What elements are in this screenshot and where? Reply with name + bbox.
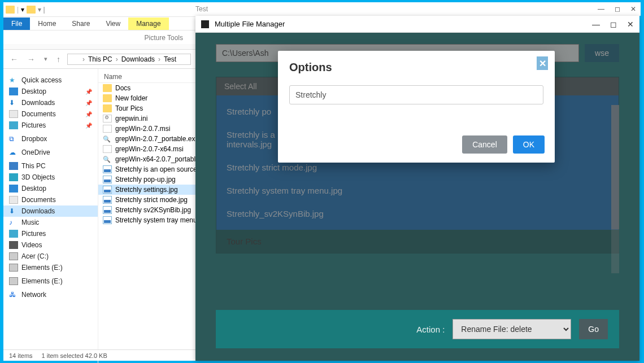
- file-name: Docs: [115, 84, 130, 92]
- file-name: Stretchly pop-up.jpg: [115, 176, 176, 183]
- tab-picture-tools[interactable]: Picture Tools: [137, 32, 191, 44]
- nav-downloads[interactable]: ⬇Downloads📌: [3, 97, 98, 108]
- folder-icon: [6, 6, 15, 14]
- file-row[interactable]: Stretchly is an open source: [98, 164, 195, 174]
- nav-documents[interactable]: Documents📌: [3, 108, 98, 120]
- breadcrumb-seg[interactable]: This PC: [88, 55, 112, 63]
- nav-dropbox[interactable]: ⧉Dropbox: [3, 133, 98, 145]
- pin-icon: 📌: [85, 89, 92, 95]
- nav-drive-e2[interactable]: Elements (E:): [3, 275, 98, 287]
- status-count: 14 items: [9, 352, 33, 359]
- file-row[interactable]: grepWin-2.0.7_portable.exe: [98, 134, 195, 144]
- nav-fwd-icon[interactable]: →: [25, 54, 37, 65]
- nav-pictures[interactable]: Pictures📌: [3, 120, 98, 131]
- music-icon: ♪: [9, 218, 18, 226]
- nav-pictures2[interactable]: Pictures: [3, 228, 98, 239]
- nav-back-icon[interactable]: ←: [8, 54, 20, 65]
- mfm-title-text: Multiple File Manager: [215, 20, 285, 28]
- action-bar: Action : Rename File: delete Go: [216, 310, 619, 348]
- nav-3d-objects[interactable]: 3D Objects: [3, 172, 98, 183]
- nav-pane: ★Quick access Desktop📌 ⬇Downloads📌 Docum…: [3, 69, 98, 363]
- ok-button[interactable]: OK: [513, 135, 545, 154]
- file-row[interactable]: Stretchly system tray menu: [98, 215, 195, 225]
- nav-videos[interactable]: Videos: [3, 239, 98, 251]
- tab-file[interactable]: File: [3, 18, 30, 30]
- nav-desktop[interactable]: Desktop📌: [3, 86, 98, 97]
- download-icon: ⬇: [9, 99, 18, 107]
- file-row[interactable]: Stretchly settings.jpg: [98, 185, 195, 195]
- drive-icon: [9, 277, 18, 285]
- tab-view[interactable]: View: [98, 18, 128, 30]
- tab-home[interactable]: Home: [30, 18, 64, 30]
- nav-quick-access[interactable]: ★Quick access: [3, 75, 98, 86]
- file-name: grepWin-2.0.7-x64.msi: [115, 145, 184, 153]
- file-name: Stretchly settings.jpg: [115, 186, 178, 194]
- nav-network[interactable]: 🖧Network: [3, 289, 98, 300]
- pin-icon: 📌: [85, 123, 92, 129]
- go-button[interactable]: Go: [579, 319, 608, 339]
- tab-manage[interactable]: Manage: [128, 18, 168, 30]
- dropbox-icon: ⧉: [9, 135, 18, 143]
- minimize-icon[interactable]: —: [598, 5, 604, 13]
- file-row[interactable]: Stretchly sv2KSynBib.jpg: [98, 205, 195, 215]
- pictures-icon: [9, 230, 18, 238]
- nav-drive-c[interactable]: Acer (C:): [3, 251, 98, 262]
- column-header-name[interactable]: Name: [98, 71, 195, 83]
- nav-music[interactable]: ♪Music: [3, 217, 98, 228]
- close-icon[interactable]: ✕: [630, 5, 636, 13]
- nav-history-icon[interactable]: ▾: [42, 54, 50, 64]
- drive-icon: [9, 264, 18, 272]
- jpg-icon: [103, 196, 112, 204]
- ini-icon: [103, 115, 112, 123]
- address-bar-row: ← → ▾ ↑ › This PC › Downloads › Test: [3, 50, 195, 69]
- folder-icon: [71, 56, 79, 63]
- file-row[interactable]: Stretchly strict mode.jpg: [98, 195, 195, 205]
- maximize-icon[interactable]: ◻: [610, 20, 617, 29]
- status-selected: 1 item selected 42.0 KB: [42, 352, 107, 359]
- folder-icon: [27, 6, 36, 14]
- nav-documents2[interactable]: Documents: [3, 194, 98, 205]
- maximize-icon[interactable]: ◻: [615, 5, 620, 13]
- nav-downloads2[interactable]: ⬇Downloads: [3, 205, 98, 217]
- tab-share[interactable]: Share: [64, 18, 98, 30]
- file-row[interactable]: grepWin-x64-2.0.7_portable: [98, 154, 195, 164]
- folder-icon: [103, 104, 112, 112]
- ribbon-tabs: File Home Share View Manage: [3, 17, 195, 30]
- test-window-title: Test: [195, 5, 208, 13]
- exe-icon: [103, 155, 112, 163]
- nav-onedrive[interactable]: ☁OneDrive: [3, 147, 98, 158]
- jpg-icon: [103, 216, 112, 224]
- qat-down-icon[interactable]: ▾: [21, 6, 24, 14]
- 3d-icon: [9, 173, 18, 181]
- nav-this-pc[interactable]: This PC: [3, 160, 98, 172]
- file-row[interactable]: New folder: [98, 93, 195, 103]
- file-row[interactable]: Stretchly pop-up.jpg: [98, 174, 195, 185]
- minimize-icon[interactable]: —: [592, 20, 600, 29]
- file-explorer-window: | ▾ ▾ | File Home Share View Manage Pict…: [3, 2, 195, 361]
- desktop-icon: [9, 88, 18, 95]
- dialog-title: Options: [289, 61, 543, 74]
- nav-drive-e[interactable]: Elements (E:): [3, 262, 98, 273]
- close-icon[interactable]: ✕: [627, 20, 634, 29]
- action-select[interactable]: Rename File: delete: [452, 319, 571, 339]
- pictures-icon: [9, 121, 18, 129]
- file-row[interactable]: grepwin.ini: [98, 113, 195, 124]
- options-dialog: ✕ Options Cancel OK: [278, 51, 555, 163]
- file-name: grepWin-x64-2.0.7_portable: [115, 155, 195, 163]
- close-icon[interactable]: ✕: [537, 56, 548, 70]
- breadcrumb-seg[interactable]: Downloads: [121, 55, 155, 63]
- address-bar[interactable]: › This PC › Downloads › Test: [67, 54, 191, 65]
- download-icon: ⬇: [9, 207, 18, 215]
- nav-up-icon[interactable]: ↑: [54, 54, 63, 65]
- file-row[interactable]: Tour Pics: [98, 103, 195, 113]
- file-row[interactable]: Docs: [98, 83, 195, 93]
- options-input[interactable]: [289, 85, 543, 104]
- document-icon: [9, 196, 18, 204]
- pin-icon: 📌: [85, 100, 92, 106]
- cancel-button[interactable]: Cancel: [462, 135, 507, 154]
- nav-desktop2[interactable]: Desktop: [3, 183, 98, 194]
- file-row[interactable]: grepWin-2.0.7.msi: [98, 124, 195, 134]
- breadcrumb-seg[interactable]: Test: [164, 55, 176, 63]
- mfm-titlebar: Multiple File Manager — ◻ ✕: [195, 16, 639, 33]
- file-row[interactable]: grepWin-2.0.7-x64.msi: [98, 144, 195, 154]
